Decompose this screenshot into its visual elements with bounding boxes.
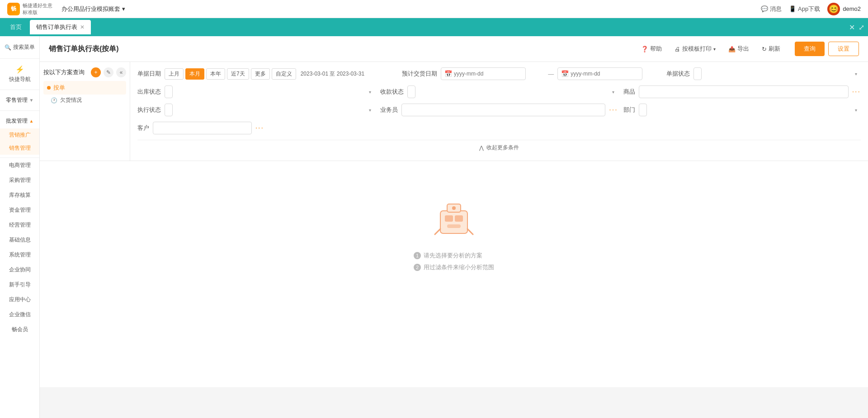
goods-input[interactable] [639, 86, 849, 98]
date-label: 单据日期 [137, 70, 161, 78]
page-header: 销售订单执行表(按单) ❓ 帮助 🖨 按模板打印 ▾ 📤 导出 ↻ 刷新 [40, 36, 868, 62]
expected-date-end[interactable] [557, 67, 642, 80]
sidebar-item-wholesale[interactable]: 批发管理 ▲ [0, 114, 39, 128]
empty-tip-1: 1 请先选择要分析的方案 [414, 252, 494, 260]
edit-schema-button[interactable]: ✎ [104, 67, 113, 77]
sidebar-wholesale-section: 批发管理 ▲ 营销推广 销售管理 [0, 111, 39, 158]
filter-row-2: 出库状态 收款状态 [137, 86, 861, 98]
empty-state: 1 请先选择要分析的方案 2 用过滤条件来缩小分析范围 [40, 161, 868, 311]
sidebar-item-basic[interactable]: 基础信息 [0, 233, 39, 247]
customer-label: 客户 [137, 124, 149, 132]
help-button[interactable]: ❓ 帮助 [637, 43, 665, 55]
sidebar-search: 🔍 搜索菜单 [0, 36, 39, 59]
date-btn-more[interactable]: 更多 [251, 68, 270, 80]
filter-salesperson: 业务员 ··· [380, 104, 618, 116]
svg-line-6 [435, 229, 440, 234]
collapse-schema-button[interactable]: « [116, 67, 126, 77]
tab-expand-icon[interactable]: ⤢ [859, 23, 864, 32]
logo-text: 畅捷通好生意 标准版 [23, 2, 52, 15]
user-name: demo2 [843, 5, 861, 12]
salesperson-dots-button[interactable]: ··· [609, 106, 618, 114]
add-icon: + [94, 69, 97, 76]
expected-date-start[interactable] [441, 67, 526, 80]
sidebar-item-operations[interactable]: 经营管理 [0, 218, 39, 233]
app-download-button[interactable]: 📱 App下载 [789, 5, 820, 13]
out-status-label: 出库状态 [137, 88, 161, 96]
dept-select[interactable] [639, 104, 647, 116]
sidebar-retail-section: 零售管理 ▼ [0, 90, 39, 111]
date-btn-group: 上月 本月 本年 近7天 更多 自定义 2023-03-01 至 2023-03… [165, 68, 396, 80]
add-schema-button[interactable]: + [91, 67, 101, 77]
date-dash: — [548, 71, 554, 77]
expected-date-label: 预计交货日期 [402, 70, 437, 78]
goods-dots-button[interactable]: ··· [852, 88, 861, 96]
collection-status-select[interactable] [407, 86, 415, 98]
sidebar-item-appstore[interactable]: 应用中心 [0, 292, 39, 307]
template-print-button[interactable]: 🖨 按模板打印 ▾ [671, 43, 719, 55]
top-bar: 畅 畅捷通好生意 标准版 办公用品行业模拟账套 ▾ 💬 消息 📱 App下载 😊… [0, 0, 868, 18]
content-area: 销售订单执行表(按单) ❓ 帮助 🖨 按模板打印 ▾ 📤 导出 ↻ 刷新 [40, 36, 868, 418]
quicknav-icon: ⚡ [15, 65, 24, 74]
empty-tips: 1 请先选择要分析的方案 2 用过滤条件来缩小分析范围 [414, 252, 494, 275]
sidebar-item-newbie[interactable]: 新手引导 [0, 277, 39, 292]
page-actions: ❓ 帮助 🖨 按模板打印 ▾ 📤 导出 ↻ 刷新 查询 [637, 42, 859, 56]
sidebar-item-enterprise[interactable]: 企业协同 [0, 262, 39, 277]
message-button[interactable]: 💬 消息 [761, 5, 782, 13]
tab-close-all-icon[interactable]: ✕ [849, 23, 855, 32]
expected-date-end-wrap: 📅 [557, 67, 661, 80]
date-btn-this-month[interactable]: 本月 [185, 68, 204, 80]
search-menu-button[interactable]: 🔍 搜索菜单 [4, 41, 36, 54]
content-body: 1 请先选择要分析的方案 2 用过滤条件来缩小分析范围 [40, 161, 868, 387]
tab-bar: 首页 销售订单执行表 ✕ ✕ ⤢ [0, 18, 868, 36]
sidebar-item-marketing[interactable]: 营销推广 [0, 128, 39, 142]
salesperson-input[interactable] [401, 104, 605, 116]
tab-home[interactable]: 首页 [4, 20, 28, 34]
schema-item-owe[interactable]: 🕐 欠货情况 [47, 95, 126, 106]
filter-conditions: 单据日期 上月 本月 本年 近7天 更多 自定义 2023-03-01 至 20… [130, 62, 868, 161]
user-area[interactable]: 😊 demo2 [827, 3, 861, 15]
schema-item-by-order[interactable]: 按单 [43, 81, 126, 95]
date-btn-this-year[interactable]: 本年 [206, 68, 225, 80]
tab-sales-exec[interactable]: 销售订单执行表 ✕ [30, 20, 91, 34]
sidebar-item-purchase[interactable]: 采购管理 [0, 173, 39, 188]
tab-home-label: 首页 [10, 23, 22, 31]
customer-input[interactable] [153, 122, 252, 134]
date-btn-last-month[interactable]: 上月 [165, 68, 184, 80]
refresh-button[interactable]: ↻ 刷新 [758, 43, 784, 55]
breadcrumb-text: 办公用品行业模拟账套 [61, 5, 120, 13]
export-button[interactable]: 📤 导出 [725, 43, 753, 55]
out-status-select[interactable] [165, 86, 173, 98]
filter-schema-icons: + ✎ « [91, 67, 126, 77]
filter-panel: 按以下方案查询 + ✎ « 按单 [40, 62, 868, 161]
svg-rect-0 [440, 211, 467, 233]
refresh-icon: ↻ [762, 46, 767, 52]
sidebar-item-system[interactable]: 系统管理 [0, 247, 39, 262]
tab-close-icon[interactable]: ✕ [80, 24, 85, 30]
sidebar-item-ecommerce[interactable]: 电商管理 [0, 158, 39, 173]
sidebar-item-sales-mgmt[interactable]: 销售管理 [0, 142, 39, 155]
sidebar: 🔍 搜索菜单 ⚡ 快捷导航 零售管理 ▼ 批发管理 ▲ 营销推广 [0, 36, 40, 418]
date-btn-last7[interactable]: 近7天 [227, 68, 249, 80]
sidebar-item-membership[interactable]: 畅会员 [0, 322, 39, 337]
page-title: 销售订单执行表(按单) [49, 44, 119, 54]
sidebar-item-inventory[interactable]: 库存核算 [0, 188, 39, 203]
doc-status-select[interactable] [693, 67, 702, 80]
dept-select-wrap [639, 104, 861, 116]
filter-row-4: 客户 ··· [137, 122, 861, 134]
date-btn-custom[interactable]: 自定义 [272, 68, 296, 80]
filter-date: 单据日期 上月 本月 本年 近7天 更多 自定义 2023-03-01 至 20… [137, 68, 396, 80]
settings-button[interactable]: 设置 [828, 42, 859, 56]
sidebar-item-finance[interactable]: 资金管理 [0, 203, 39, 218]
exec-status-select[interactable] [165, 104, 173, 116]
sidebar-item-retail[interactable]: 零售管理 ▼ [0, 93, 39, 108]
filter-exec-status: 执行状态 [137, 104, 375, 116]
sidebar-item-quicknav[interactable]: ⚡ 快捷导航 [0, 62, 39, 87]
customer-dots-button[interactable]: ··· [255, 124, 264, 132]
collapse-conditions-button[interactable]: ⋀ 收起更多条件 [137, 140, 861, 155]
query-button[interactable]: 查询 [795, 42, 825, 56]
edit-icon: ✎ [106, 69, 111, 76]
collection-status-label: 收款状态 [380, 88, 404, 96]
filter-row-1: 单据日期 上月 本月 本年 近7天 更多 自定义 2023-03-01 至 20… [137, 67, 861, 80]
sidebar-item-corp-wechat[interactable]: 企业微信 [0, 307, 39, 322]
chevron-down-icon[interactable]: ▾ [122, 5, 125, 12]
